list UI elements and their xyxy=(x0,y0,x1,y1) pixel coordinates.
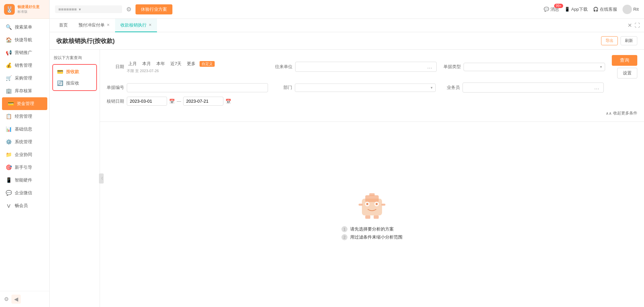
header-search-text: ■■■■■■■ xyxy=(58,7,77,12)
doc-no-label: 单据编号 xyxy=(107,85,124,91)
staff-input[interactable]: … xyxy=(463,83,604,93)
svg-rect-8 xyxy=(381,204,385,206)
sidebar-item-system[interactable]: ⚙️ 系统管理 xyxy=(0,136,49,148)
sidebar-item-quick-nav[interactable]: 🏠 快捷导航 xyxy=(0,34,49,46)
user-avatar xyxy=(623,5,632,14)
verify-date-separator: — xyxy=(177,99,181,104)
sidebar-item-search[interactable]: 🔍 搜索菜单 xyxy=(0,21,49,34)
hardware-nav-icon: 📱 xyxy=(5,177,12,183)
sidebar-item-hardware[interactable]: 📱 智能硬件 xyxy=(0,174,49,187)
tab-home[interactable]: 首页 xyxy=(54,19,73,32)
content-body: 按以下方案查询 💳 按收款 🔄 按应收 《 xyxy=(50,50,644,307)
svg-rect-7 xyxy=(359,204,363,206)
svg-rect-2 xyxy=(369,193,375,196)
verify-date-group: 📅 — 📅 xyxy=(127,97,231,106)
filter-by-receivable[interactable]: 🔄 按应收 xyxy=(53,78,96,89)
dept-field-row: 部门 ▾ xyxy=(275,84,436,92)
app-download-button[interactable]: 📱 App下载 xyxy=(565,6,588,12)
sidebar-item-vip[interactable]: V 畅会员 xyxy=(0,199,49,212)
toggle-more-conditions[interactable]: ∧∧ 收起更多条件 xyxy=(107,108,637,118)
sidebar-logo: 🐰 畅捷通好生意 标准版 xyxy=(0,0,49,19)
tab-close-prepay-icon[interactable]: ✕ xyxy=(107,23,110,27)
header-dropdown-icon[interactable]: ▾ xyxy=(79,7,81,12)
svg-rect-10 xyxy=(374,215,379,219)
settings-button[interactable]: 设置 xyxy=(617,68,637,79)
sidebar-item-guide[interactable]: 🎯 新手引导 xyxy=(0,161,49,174)
tab-receipt-verify[interactable]: 收款核销执行 ✕ xyxy=(115,19,157,32)
sidebar-item-inventory[interactable]: 🏢 库存核算 xyxy=(0,85,49,97)
tip-num-2: 2 xyxy=(341,234,347,240)
verify-date-label: 核销日期 xyxy=(107,98,124,104)
sidebar-item-sales[interactable]: 💰 销售管理 xyxy=(0,59,49,72)
sidebar-item-purchase[interactable]: 🛒 采购管理 xyxy=(0,72,49,85)
sidebar-item-wechat[interactable]: 💬 企业微信 xyxy=(0,187,49,199)
last-7-days-btn[interactable]: 近7天 xyxy=(169,60,183,67)
verify-date-field-row: 核销日期 📅 — 📅 xyxy=(107,97,231,106)
tab-prepay[interactable]: 预付冲应付单 ✕ xyxy=(73,19,115,32)
tab-close-receipt-icon[interactable]: ✕ xyxy=(149,23,152,27)
svg-rect-1 xyxy=(365,195,379,202)
tip-num-1: 1 xyxy=(341,226,347,232)
counterparty-label: 往来单位 xyxy=(275,64,292,70)
header-search-area[interactable]: ■■■■■■■ ▾ xyxy=(55,5,122,13)
svg-point-6 xyxy=(376,203,378,205)
user-profile-button[interactable]: Rit xyxy=(623,5,639,14)
app-edition: 标准版 xyxy=(17,9,40,14)
query-button[interactable]: 查询 xyxy=(612,55,637,66)
operations-nav-icon: 📋 xyxy=(5,113,12,119)
empty-tip-1: 1 请先选择要分析的方案 xyxy=(341,226,402,232)
staff-ellipsis-icon[interactable]: … xyxy=(593,85,601,91)
dept-dropdown-icon: ▾ xyxy=(431,86,433,90)
tab-expand-icon[interactable]: ⛶ xyxy=(635,22,640,29)
sidebar-item-funds[interactable]: 💳 资金管理 xyxy=(2,97,47,110)
last-month-btn[interactable]: 上月 xyxy=(127,60,138,67)
message-button[interactable]: 💬 消息 99+ xyxy=(544,6,559,12)
page-title: 收款核销执行(按收款) xyxy=(56,37,115,45)
enterprise-nav-icon: 📁 xyxy=(5,152,12,158)
filter-collapse-button[interactable]: 《 xyxy=(99,173,104,184)
filter-options-bordered: 💳 按收款 🔄 按应收 xyxy=(52,64,97,91)
this-year-btn[interactable]: 本年 xyxy=(155,60,166,67)
receipt-filter-icon: 💳 xyxy=(57,69,63,75)
system-nav-icon: ⚙️ xyxy=(5,139,12,145)
counterparty-ellipsis-icon[interactable]: … xyxy=(426,64,434,70)
sales-nav-icon: 💰 xyxy=(5,62,12,68)
doc-no-input[interactable] xyxy=(127,83,268,92)
dept-input[interactable]: ▾ xyxy=(295,84,436,92)
more-date-btn[interactable]: 更多 xyxy=(185,60,197,67)
verify-date-start-input[interactable] xyxy=(127,97,167,106)
online-service-button[interactable]: 🎧 在线客服 xyxy=(593,6,617,12)
app-name: 畅捷通好生意 xyxy=(17,4,40,9)
main-area: ■■■■■■■ ▾ ⚙ 休验行业方案 💬 消息 99+ 📱 App下载 🎧 在线… xyxy=(50,0,644,307)
refresh-button[interactable]: 刷新 xyxy=(621,36,637,45)
filter-by-receipt[interactable]: 💳 按收款 xyxy=(53,66,96,78)
doc-type-input[interactable]: ▾ xyxy=(464,63,605,71)
date-custom-badge[interactable]: 自定义 xyxy=(200,61,215,67)
header-gear-icon[interactable]: ⚙ xyxy=(126,6,131,13)
sidebar-footer: ⚙ ◀ xyxy=(0,291,49,307)
export-button[interactable]: 导出 xyxy=(601,36,618,45)
verify-date-end-calendar-icon[interactable]: 📅 xyxy=(225,99,231,104)
this-month-btn[interactable]: 本月 xyxy=(141,60,152,67)
message-badge: 99+ xyxy=(554,4,563,8)
sidebar-item-basics[interactable]: 📊 基础信息 xyxy=(0,123,49,136)
marketing-nav-icon: 📢 xyxy=(5,50,12,56)
settings-icon[interactable]: ⚙ xyxy=(4,296,9,302)
verify-date-start-calendar-icon[interactable]: 📅 xyxy=(169,99,175,104)
doc-type-dropdown-icon: ▾ xyxy=(600,65,602,69)
industry-solution-button[interactable]: 休验行业方案 xyxy=(136,4,172,14)
collapse-sidebar-button[interactable]: ◀ xyxy=(11,295,21,304)
sidebar-item-enterprise[interactable]: 📁 企业协同 xyxy=(0,148,49,161)
staff-label: 业务员 xyxy=(442,85,460,91)
date-limit-text: 不限 至 2023-07-26 xyxy=(127,68,268,73)
verify-date-end-input[interactable] xyxy=(183,97,223,106)
chevron-up-icon: ∧∧ xyxy=(606,111,612,116)
sidebar-item-operations[interactable]: 📋 经营管理 xyxy=(0,110,49,123)
counterparty-input[interactable]: … xyxy=(295,62,437,72)
dept-label: 部门 xyxy=(275,85,292,91)
date-label: 日期 xyxy=(107,64,124,70)
sidebar-item-marketing[interactable]: 📢 营销推广 xyxy=(0,46,49,59)
doc-type-label: 单据类型 xyxy=(443,64,461,70)
tab-close-all-icon[interactable]: ✕ xyxy=(628,22,632,29)
date-quick-buttons: 上月 本月 本年 近7天 更多 自定义 xyxy=(127,60,268,67)
